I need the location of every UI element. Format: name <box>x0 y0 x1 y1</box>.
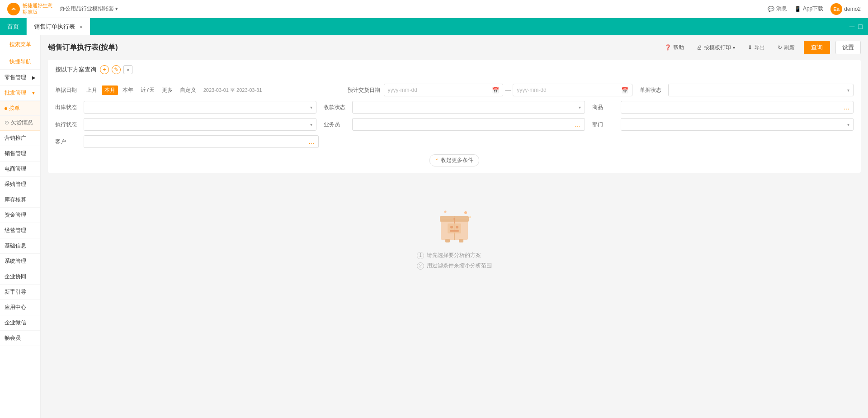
print-btn[interactable]: 🖨 按模板打印 ▾ <box>693 42 739 53</box>
calendar-end-icon: 📅 <box>621 87 628 94</box>
app-title-dropdown[interactable]: ▾ <box>115 6 118 11</box>
filter-row-4: 客户 … <box>55 135 854 148</box>
exec-status-arrow: ▾ <box>310 122 312 127</box>
sidebar-search-btn[interactable]: 搜索菜单 <box>4 39 37 50</box>
wholesale-expand-icon: ▼ <box>31 90 36 95</box>
customer-input[interactable]: … <box>84 135 319 148</box>
tab-home[interactable]: 首页 <box>0 18 27 35</box>
settings-btn[interactable]: 设置 <box>835 41 861 54</box>
user-btn[interactable]: Ea demo2 <box>830 3 861 15</box>
sidebar-item-enterprise[interactable]: 企业协同 <box>0 269 40 285</box>
svg-point-9 <box>450 226 453 228</box>
filter-field-expected-date: 预计交货日期 yyyy-mm-dd 📅 — yyyy-mm-dd 📅 <box>348 84 633 96</box>
empty-hint-1: 1 请先选择要分析的方案 <box>417 252 492 259</box>
tab-close-btn[interactable]: × <box>80 24 82 29</box>
collapse-more-row: ⌃ 收起更多条件 <box>55 152 854 167</box>
help-icon: ❓ <box>665 44 671 51</box>
tab-sales-order[interactable]: 销售订单执行表 × <box>27 18 90 35</box>
filter-field-date: 单据日期 上月 本月 本年 近7天 更多 自定义 2023-03-01 至 20… <box>55 86 340 95</box>
dept-label: 部门 <box>592 121 617 128</box>
goods-input[interactable]: … <box>621 101 854 114</box>
sidebar-item-backorder[interactable]: ⊙欠货情况 <box>0 116 40 130</box>
retail-expand-icon: ▶ <box>32 75 36 80</box>
expected-date-range: yyyy-mm-dd 📅 — yyyy-mm-dd 📅 <box>384 84 633 96</box>
collapse-panel-btn[interactable]: « <box>123 65 132 74</box>
sidebar-item-purchase[interactable]: 采购管理 <box>0 177 40 192</box>
bill-status-select[interactable]: ▾ <box>668 84 854 96</box>
sidebar-item-ecommerce[interactable]: 电商管理 <box>0 162 40 177</box>
sidebar-item-app-center[interactable]: 应用中心 <box>0 300 40 315</box>
hint-num-1: 1 <box>417 252 424 259</box>
date-tab-cur-month[interactable]: 本月 <box>102 86 118 95</box>
top-bar-left: 畅捷通好生意 标准版 办公用品行业模拟账套 ▾ <box>7 3 118 15</box>
print-arrow-icon: ▾ <box>733 45 735 50</box>
add-scheme-btn[interactable]: + <box>100 65 109 74</box>
svg-point-5 <box>464 211 467 214</box>
salesman-dots[interactable]: … <box>575 121 581 128</box>
refresh-icon: ↻ <box>778 44 782 51</box>
filter-field-dept: 部门 ▾ <box>592 118 854 131</box>
sidebar-item-system-mgmt[interactable]: 系统管理 <box>0 254 40 269</box>
sidebar-item-quick-nav[interactable]: 快捷导航 <box>0 54 40 70</box>
date-tab-more[interactable]: 更多 <box>159 86 175 95</box>
svg-point-7 <box>444 211 447 213</box>
filter-field-out-status: 出库状态 ▾ <box>55 101 316 114</box>
expected-date-end[interactable]: yyyy-mm-dd 📅 <box>513 84 632 96</box>
out-status-label: 出库状态 <box>55 104 80 111</box>
hint-num-2: 2 <box>417 262 424 270</box>
sidebar: 搜索菜单 快捷导航 零售管理 ▶ 批发管理 ▼ 按单 ⊙欠货情况 营销推广 销售… <box>0 35 41 418</box>
expected-date-start[interactable]: yyyy-mm-dd 📅 <box>384 84 504 96</box>
exec-status-select[interactable]: ▾ <box>84 118 316 131</box>
sidebar-item-basic-info[interactable]: 基础信息 <box>0 238 40 254</box>
date-tab-7days[interactable]: 近7天 <box>138 86 157 95</box>
out-status-select[interactable]: ▾ <box>84 101 316 114</box>
app-title: 办公用品行业模拟账套 ▾ <box>60 5 118 13</box>
salesman-input[interactable]: … <box>352 118 585 131</box>
window-maximize-btn[interactable]: □ <box>858 23 863 31</box>
goods-dots[interactable]: … <box>843 104 849 111</box>
date-tab-custom[interactable]: 自定义 <box>177 86 199 95</box>
window-minimize-btn[interactable]: ─ <box>849 23 854 31</box>
refresh-btn[interactable]: ↻ 刷新 <box>774 42 798 53</box>
svg-point-1 <box>13 8 14 10</box>
out-status-arrow: ▾ <box>310 105 312 110</box>
date-tab-prev-month[interactable]: 上月 <box>84 86 100 95</box>
active-dot <box>5 107 7 110</box>
collapse-more-btn[interactable]: ⌃ 收起更多条件 <box>429 154 479 166</box>
backorder-icon: ⊙ <box>5 119 9 126</box>
sidebar-item-operations[interactable]: 经营管理 <box>0 223 40 238</box>
expected-date-start-placeholder: yyyy-mm-dd <box>388 87 417 93</box>
sidebar-item-retail-mgmt[interactable]: 零售管理 ▶ <box>0 70 40 86</box>
sidebar-item-member[interactable]: 畅会员 <box>0 331 40 346</box>
collect-status-label: 收款状态 <box>324 104 349 111</box>
help-btn[interactable]: ❓ 帮助 <box>661 42 688 53</box>
date-tab-cur-year[interactable]: 本年 <box>120 86 136 95</box>
sidebar-item-corp-wechat[interactable]: 企业微信 <box>0 315 40 331</box>
main-layout: 搜索菜单 快捷导航 零售管理 ▶ 批发管理 ▼ 按单 ⊙欠货情况 营销推广 销售… <box>0 35 868 418</box>
svg-rect-8 <box>448 223 461 233</box>
export-btn[interactable]: ⬇ 导出 <box>744 42 769 53</box>
filter-field-customer: 客户 … <box>55 135 319 148</box>
sidebar-item-by-order[interactable]: 按单 <box>0 101 40 116</box>
sidebar-item-newbie[interactable]: 新手引导 <box>0 285 40 300</box>
salesman-label: 业务员 <box>324 121 349 128</box>
search-btn[interactable]: 查询 <box>804 41 830 54</box>
collect-status-select[interactable]: ▾ <box>352 101 585 114</box>
app-download-btn[interactable]: 📱 App下载 <box>794 5 823 13</box>
sidebar-item-inventory[interactable]: 库存核算 <box>0 192 40 208</box>
sidebar-item-sales-mgmt[interactable]: 销售管理 <box>0 146 40 162</box>
goods-label: 商品 <box>592 104 617 111</box>
sidebar-item-finance[interactable]: 资金管理 <box>0 208 40 223</box>
filter-panel: 按以下方案查询 + ✎ « 单据日期 上月 本月 <box>48 60 861 173</box>
svg-point-10 <box>456 226 458 228</box>
customer-dots[interactable]: … <box>308 138 315 145</box>
message-btn[interactable]: 💬 消息 <box>768 5 787 13</box>
page-title: 销售订单执行表(按单) <box>48 43 118 52</box>
dept-select[interactable]: ▾ <box>621 118 854 131</box>
edit-scheme-btn[interactable]: ✎ <box>112 65 121 74</box>
export-icon: ⬇ <box>748 44 752 51</box>
sidebar-item-wholesale-mgmt[interactable]: 批发管理 ▼ <box>0 86 40 101</box>
sidebar-item-marketing[interactable]: 营销推广 <box>0 131 40 146</box>
filter-section-title: 按以下方案查询 <box>55 66 96 74</box>
svg-rect-11 <box>450 230 459 232</box>
